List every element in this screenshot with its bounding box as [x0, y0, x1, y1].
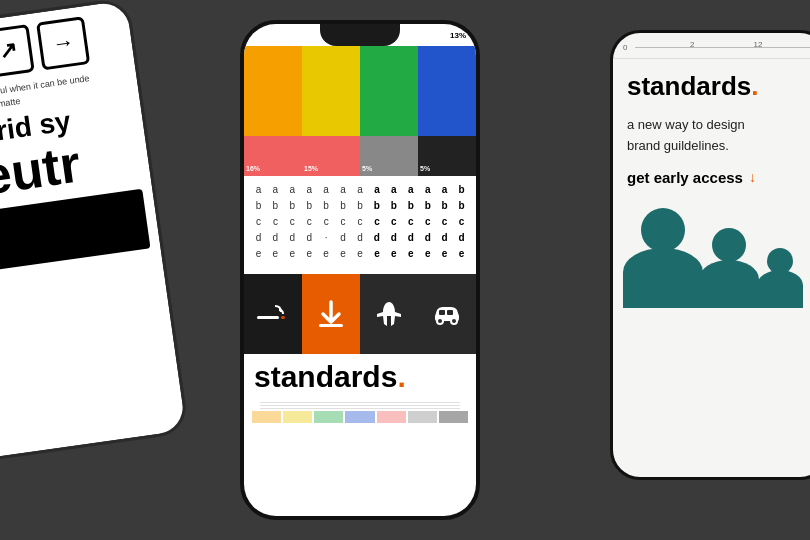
ruler-mark-0: 0 [623, 43, 627, 52]
svg-rect-0 [257, 316, 279, 319]
phone-center: 13% 16% 15% 5% 5% a [240, 20, 480, 520]
svg-rect-2 [319, 324, 343, 327]
right-brand-name: standards. [627, 73, 810, 99]
avatar-head-medium [712, 228, 746, 262]
swatches-top [244, 46, 476, 136]
svg-rect-1 [281, 316, 285, 319]
type-row-d: d d d d · d d d d d d d d [252, 230, 468, 246]
right-subtitle: a new way to design brand guildelines. [613, 103, 810, 165]
ruler-mark-12: 12 [753, 40, 762, 49]
avatar-section [613, 208, 810, 308]
swatch-label-red2: 15% [304, 165, 358, 172]
type-row-e: e e e e e e e e e e e e e [252, 246, 468, 262]
grid-cell-1 [252, 411, 281, 423]
ruler-mark-2: 2 [690, 40, 694, 49]
swatch-yellow [302, 46, 360, 136]
svg-rect-6 [447, 310, 453, 315]
icon-blocks-row [244, 274, 476, 354]
avatar-large [623, 208, 703, 308]
right-cta-container: get early access ↓ [613, 165, 810, 198]
bottom-grid [244, 396, 476, 427]
right-ruler: 0 2 12 [613, 33, 810, 59]
swatch-red2: 15% [302, 136, 360, 176]
avatar-body-large [623, 248, 703, 308]
grid-cell-3 [314, 411, 343, 423]
phone-right-content: 0 2 12 standards. a new way to design br… [613, 33, 810, 477]
swatch-label-black: 5% [420, 165, 474, 172]
grid-cell-4 [345, 411, 374, 423]
swatch-label-red1: 16% [246, 165, 300, 172]
icon-arrow-right: → [36, 16, 90, 70]
swatch-black: 5% [418, 136, 476, 176]
avatar-medium [699, 228, 759, 308]
right-brand-dot: . [751, 71, 758, 101]
swatches-bottom: 16% 15% 5% 5% [244, 136, 476, 176]
svg-point-4 [451, 318, 457, 324]
right-subtitle-line1: a new way to design [627, 115, 810, 136]
type-grid: a a a a a a a a a a a a b b b b b b b [244, 176, 476, 268]
phone-left: ↙ ↗ → ation is only useful when it can b… [0, 0, 190, 463]
right-subtitle-line2: brand guildelines. [627, 136, 810, 157]
icon-download [302, 274, 360, 354]
icon-arrow-ne: ↗ [0, 24, 35, 78]
swatch-green [360, 46, 418, 136]
grid-rule-1 [260, 402, 460, 403]
type-row-a: a a a a a a a a a a a a b [252, 182, 468, 198]
avatar-small [757, 248, 803, 308]
avatar-body-small [757, 270, 803, 308]
icon-airplane [360, 274, 418, 354]
icon-smoking [244, 274, 302, 354]
avatar-body-medium [699, 260, 759, 308]
icon-car [418, 274, 476, 354]
grid-cell-2 [283, 411, 312, 423]
right-cta-arrow-icon: ↓ [749, 169, 756, 185]
grid-rule-3 [260, 408, 460, 409]
type-row-b: b b b b b b b b b b b b b [252, 198, 468, 214]
swatch-label-gray: 5% [362, 165, 416, 172]
svg-point-3 [437, 318, 443, 324]
center-brand-dot: . [397, 360, 405, 393]
right-brand-container: standards. [613, 59, 810, 103]
grid-rule-2 [260, 405, 460, 406]
avatar-head-large [641, 208, 685, 252]
swatch-blue [418, 46, 476, 136]
swatch-orange [244, 46, 302, 136]
grid-cell-7 [439, 411, 468, 423]
swatch-red1: 16% [244, 136, 302, 176]
phone-center-content: 13% 16% 15% 5% 5% a [244, 24, 476, 516]
center-brand-text: standards. [244, 354, 476, 396]
grid-cell-6 [408, 411, 437, 423]
phone-notch [320, 24, 400, 46]
ruler-line: 2 12 [635, 47, 810, 48]
phone-right: 0 2 12 standards. a new way to design br… [610, 30, 810, 480]
swatch-gray: 5% [360, 136, 418, 176]
right-cta-text[interactable]: get early access [627, 169, 743, 186]
svg-rect-5 [439, 310, 445, 315]
type-row-c: c c c c c c c c c c c c c [252, 214, 468, 230]
grid-cell-5 [377, 411, 406, 423]
color-grid-bottom [252, 411, 468, 423]
left-black-bar [0, 189, 150, 275]
